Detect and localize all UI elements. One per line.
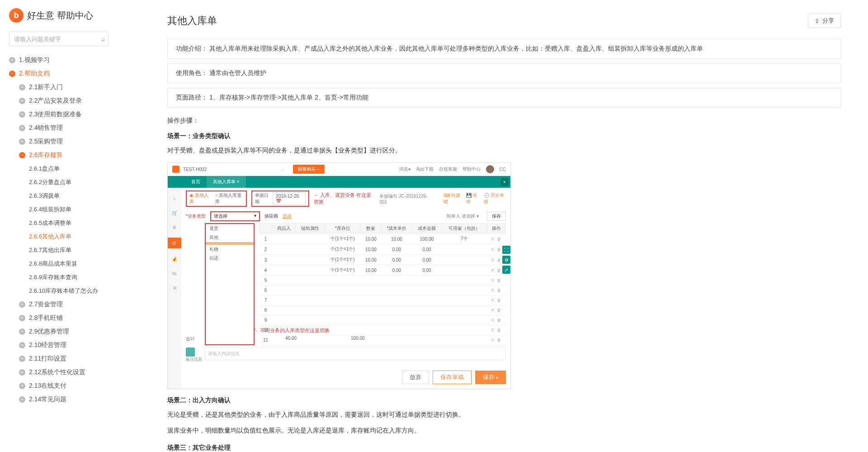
nav-l2-item[interactable]: 2.1新手入门 xyxy=(9,81,108,94)
stock-icon[interactable]: ⏲ xyxy=(168,238,181,248)
table-row[interactable]: 11⎘🗑 xyxy=(259,335,506,345)
history-link[interactable]: 🕘 历史单据 xyxy=(484,192,506,205)
tab-other-in[interactable]: 其他入库单 × xyxy=(207,176,246,188)
support-link[interactable]: 在线客服 xyxy=(439,166,457,172)
nav-l2-item[interactable]: 2.2产品安装及登录 xyxy=(9,94,108,108)
search-icon: ⌕ xyxy=(281,167,284,172)
delete-icon[interactable]: 🗑 xyxy=(497,308,501,313)
radio-in[interactable]: ◉ 其他入库 xyxy=(189,192,211,205)
table-row[interactable]: 9⎘🗑 xyxy=(259,315,506,325)
save-link[interactable]: 💾 保存 xyxy=(466,192,480,205)
avatar-icon[interactable] xyxy=(486,165,494,173)
draft-button[interactable]: 保存草稿 xyxy=(433,371,472,384)
table-row[interactable]: 2个(1个=1个)10.000.000.00⎘🗑 xyxy=(259,244,506,255)
opt-gift[interactable]: 礼物 xyxy=(206,245,254,254)
date-field[interactable]: 单据日期 2019-12-26 📅 xyxy=(251,190,309,207)
nav-l2-item[interactable]: 2.3使用前数据准备 xyxy=(9,108,108,121)
table-row[interactable]: 8⎘🗑 xyxy=(259,305,506,315)
try-button[interactable]: 我要购买→ xyxy=(293,165,325,174)
page-title: 其他入库单 xyxy=(167,14,217,28)
nav-l3-item[interactable]: 2.6.3调拨单 xyxy=(9,189,108,203)
nav-l2-item[interactable]: 2.7资金管理 xyxy=(9,298,108,311)
copy-icon[interactable]: ⎘ xyxy=(491,288,494,293)
table-row[interactable]: 3个(1个=1个)10.000.000.00⎘🗑 xyxy=(259,255,506,265)
copy-icon[interactable]: ⎘ xyxy=(491,298,494,303)
msg-link[interactable]: 消息● xyxy=(399,166,411,172)
copy-icon[interactable]: ⎘ xyxy=(491,237,494,242)
nav-label: 2.6库存核算 xyxy=(29,151,63,159)
delete-icon[interactable]: 🗑 xyxy=(497,298,501,303)
filter-icon[interactable]: ⚙ xyxy=(502,256,510,264)
nav-l2-item[interactable]: 2.10经营管理 xyxy=(9,338,108,352)
nav-l1-item[interactable]: 2.帮助文档 xyxy=(9,67,108,81)
nav-l3-item[interactable]: 2.6.9库存账本查询 xyxy=(9,271,108,284)
share-button[interactable]: ⇪ 分享 xyxy=(808,14,841,28)
delete-icon[interactable]: 🗑 xyxy=(497,338,501,343)
nav-l1-item[interactable]: 1.视频学习 xyxy=(9,53,108,67)
biz-type-dropdown[interactable]: 退货 其他 礼物 归还 xyxy=(205,223,255,345)
nav-l3-item[interactable]: 2.6.4组装拆卸单 xyxy=(9,203,108,216)
copy-icon[interactable]: ⎘ xyxy=(491,268,494,273)
table-row[interactable]: 4个(1个=1个)10.000.000.00⎘🗑 xyxy=(259,265,506,276)
cart-icon[interactable]: 🛒 xyxy=(170,209,179,217)
delete-icon[interactable]: 🗑 xyxy=(497,278,501,283)
nav-l2-item[interactable]: 2.4销售管理 xyxy=(9,121,108,135)
supplier-select-link[interactable]: 选择 xyxy=(283,213,292,219)
radio-return[interactable]: ○ 其他入库退库 xyxy=(215,192,243,205)
search-input[interactable] xyxy=(9,32,108,46)
nav-l3-item[interactable]: 2.6.2分量盘点单 xyxy=(9,176,108,189)
copy-icon[interactable]: ⎘ xyxy=(491,308,494,313)
nav-l2-item[interactable]: 2.5采购管理 xyxy=(9,135,108,148)
copy-icon[interactable]: ⎘ xyxy=(491,247,494,252)
search-icon[interactable]: ⌕ xyxy=(101,35,105,43)
delete-icon[interactable]: 🗑 xyxy=(497,318,501,323)
nav-l3-item[interactable]: 2.6.8商品成本重算 xyxy=(9,257,108,271)
opt-returnback[interactable]: 归还 xyxy=(206,254,254,263)
nav-l2-item[interactable]: 2.9优惠券管理 xyxy=(9,325,108,338)
delete-icon[interactable]: 🗑 xyxy=(497,247,501,252)
save-button[interactable]: 保存 xyxy=(475,371,506,384)
nav-l2-item[interactable]: 2.11打印设置 xyxy=(9,352,108,366)
nav-l2-item[interactable]: 2.12系统个性化设置 xyxy=(9,366,108,379)
settings-icon[interactable]: ⚙ xyxy=(170,284,179,292)
nav-l3-item[interactable]: 2.6.6其他入库单 xyxy=(9,230,108,243)
tab-home[interactable]: 首页 xyxy=(185,176,207,188)
biz-type-select[interactable]: 请选择▾ xyxy=(210,211,260,221)
table-row[interactable]: 6⎘🗑 xyxy=(259,285,506,295)
opt-return[interactable]: 退货 xyxy=(206,224,254,233)
hotkey-link[interactable]: ⌨ 快捷键 xyxy=(443,192,462,205)
table-row[interactable]: 7⎘🗑 xyxy=(259,295,506,305)
delete-icon[interactable]: 🗑 xyxy=(497,257,501,262)
nav-l2-item[interactable]: 2.13在线支付 xyxy=(9,379,108,393)
delete-icon[interactable]: 🗑 xyxy=(497,268,501,273)
delete-icon[interactable]: 🗑 xyxy=(497,237,501,242)
app-download-link[interactable]: App下载 xyxy=(416,166,434,172)
table-row[interactable]: 1个(1个=1个)10.0010.00100.007个⎘🗑 xyxy=(259,234,506,244)
table-row[interactable]: 5⎘🗑 xyxy=(259,276,506,285)
full-icon[interactable]: ⤢ xyxy=(502,266,510,274)
nav-l3-item[interactable]: 2.6.1盘点单 xyxy=(9,162,108,176)
close-icon[interactable]: × xyxy=(500,178,509,186)
home-icon[interactable]: ⌂ xyxy=(170,194,179,202)
save-btn-sm[interactable]: 保存 xyxy=(487,212,506,221)
copy-icon[interactable]: ⎘ xyxy=(491,257,494,262)
expand-icon[interactable]: ⛶ xyxy=(502,246,510,254)
help-link[interactable]: 帮助中心 xyxy=(462,166,481,172)
money-icon[interactable]: 💰 xyxy=(170,255,179,263)
discard-button[interactable]: 放弃 xyxy=(402,371,429,384)
copy-icon[interactable]: ⎘ xyxy=(491,318,494,323)
nav-l2-item[interactable]: 2.6库存核算 xyxy=(9,148,108,162)
nav-l3-item[interactable]: 2.6.10库存账本错了怎么办 xyxy=(9,284,108,298)
opt-other[interactable]: 其他 xyxy=(206,233,254,242)
goods-icon[interactable]: 🛍 xyxy=(170,269,179,277)
copy-icon[interactable]: ⎘ xyxy=(491,338,494,343)
nav-l2-item[interactable]: 2.14常见问题 xyxy=(9,393,108,406)
delete-icon[interactable]: 🗑 xyxy=(497,288,501,293)
memo-input[interactable]: 请输入内容信息 xyxy=(205,347,506,360)
doc-icon[interactable]: 🗎 xyxy=(170,223,179,231)
nav-l2-item[interactable]: 2.8手机旺铺 xyxy=(9,311,108,325)
nav-l3-item[interactable]: 2.6.7其他出库单 xyxy=(9,243,108,257)
nav-l3-item[interactable]: 2.6.5成本调整单 xyxy=(9,216,108,230)
doc-type-radio[interactable]: ◉ 其他入库 ○ 其他入库退库 xyxy=(186,190,247,207)
copy-icon[interactable]: ⎘ xyxy=(491,278,494,283)
